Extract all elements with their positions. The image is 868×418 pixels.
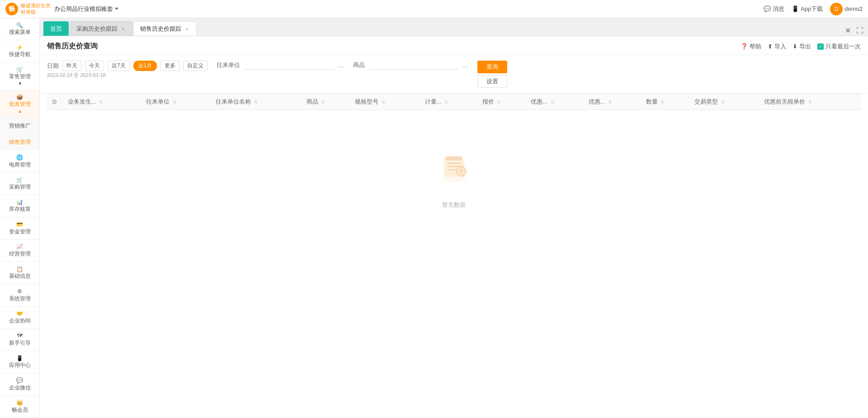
sidebar-item-inventory-check[interactable]: 📊 库存核算 — [0, 195, 39, 217]
counterpart-dots-btn[interactable]: ... — [338, 61, 344, 69]
import-btn[interactable]: ⬆ 导入 — [768, 43, 786, 51]
sidebar-item-enterprise-wechat[interactable]: 💬 企业微信 — [0, 374, 39, 396]
sort-icon-trade-type: ⇅ — [721, 100, 725, 104]
sidebar-item-search-menu[interactable]: 🔍 搜索菜单 — [0, 18, 39, 40]
table-col-counterpart[interactable]: 往来单位 ⇅ — [142, 94, 211, 110]
date-btn-last1month[interactable]: 近1月 — [133, 61, 157, 71]
user-avatar: D — [830, 3, 843, 15]
user-profile[interactable]: D demo2 — [830, 3, 863, 15]
help-btn[interactable]: ❓ 帮助 — [741, 43, 761, 51]
date-range-text: 2023-02-18 至 2023-03-18 — [47, 72, 208, 79]
table-col-spec[interactable]: 规格型号 ⇅ — [350, 94, 420, 110]
table-col-counterpart-name[interactable]: 往来单位名称 ⇅ — [211, 94, 302, 110]
inventory-icon: 📊 — [16, 199, 23, 206]
sidebar-item-vip-member[interactable]: 👑 畅会员 — [0, 396, 39, 418]
sidebar-item-basic-info[interactable]: 📋 基础信息 — [0, 262, 39, 284]
table-col-unit[interactable]: 计量... ⇅ — [420, 94, 478, 110]
sort-icon-goods: ⇅ — [321, 100, 325, 104]
sort-icon-quote: ⇅ — [497, 100, 500, 104]
sort-icon-pretax-price: ⇅ — [808, 100, 812, 104]
capital-icon: 💳 — [16, 221, 23, 228]
sidebar-item-business-mgmt[interactable]: 📈 经营管理 — [0, 240, 39, 262]
top-bar-right: 💬 消息 📱 App下载 D demo2 — [764, 3, 863, 15]
chevron-up-icon: ▲ — [18, 108, 23, 114]
main-layout: 🔍 搜索菜单 ⚡ 快捷导航 🛒 零售管理 ▼ 📦 批发管理 ▲ 营销推广 销售管… — [0, 18, 868, 418]
top-bar-left: 畅 畅捷通好生意 标准版 办公用品行业模拟账套 — [5, 3, 118, 15]
query-button[interactable]: 查询 — [477, 61, 507, 73]
table-header: ⚙ 业务发生... ⇅ 往来单位 ⇅ 往来单位名称 — [47, 94, 861, 110]
date-btn-yesterday[interactable]: 昨天 — [62, 61, 81, 71]
sidebar-item-new-guide[interactable]: 🗺 新手引导 — [0, 329, 39, 351]
quick-nav-icon: ⚡ — [16, 44, 23, 52]
sidebar-item-app-center[interactable]: 📱 应用中心 — [0, 351, 39, 373]
sidebar-item-system-mgmt[interactable]: ⚙ 系统管理 — [0, 284, 39, 306]
data-table: ⚙ 业务发生... ⇅ 往来单位 ⇅ 往来单位名称 — [47, 94, 861, 110]
logo-text: 畅捷通好生意 标准版 — [21, 3, 51, 14]
only-last-checkbox[interactable]: ✓ — [817, 43, 824, 50]
top-bar: 畅 畅捷通好生意 标准版 办公用品行业模拟账套 💬 消息 📱 App下载 D d… — [0, 0, 868, 18]
help-label: 帮助 — [750, 43, 761, 51]
table-col-discount2[interactable]: 优惠... ⇅ — [584, 94, 642, 110]
tab-purchase-history-label: 采购历史价跟踪 — [76, 25, 118, 33]
filter-date-row: 日期 昨天 今天 近7天 近1月 更多 自定义 — [47, 61, 208, 71]
app-download-btn[interactable]: 📱 App下载 — [792, 5, 823, 13]
table-col-quote[interactable]: 报价 ⇅ — [478, 94, 527, 110]
sidebar-item-quick-nav[interactable]: ⚡ 快捷导航 — [0, 40, 39, 62]
sidebar-item-wholesale-mgmt[interactable]: 📦 批发管理 ▲ — [0, 90, 39, 118]
date-btn-today[interactable]: 今天 — [85, 61, 104, 71]
page-title: 销售历史价查询 — [47, 42, 98, 51]
tab-sales-history-close[interactable]: × — [184, 26, 189, 32]
table-col-biz-date[interactable]: 业务发生... ⇅ — [63, 94, 142, 110]
counterpart-label: 往来单位 — [217, 61, 240, 69]
tab-close-all-btn[interactable]: ✕ — [844, 25, 852, 36]
sidebar-item-ecommerce-mgmt[interactable]: 🌐 电商管理 — [0, 151, 39, 173]
tab-purchase-history[interactable]: 采购历史价跟踪 × — [70, 21, 132, 36]
goods-label: 商品 — [353, 61, 365, 69]
sidebar-item-marketing[interactable]: 营销推广 — [0, 118, 39, 134]
sort-icon-spec: ⇅ — [382, 100, 385, 104]
tab-home[interactable]: 首页 — [43, 21, 69, 36]
table-col-discount1[interactable]: 优惠... ⇅ — [526, 94, 584, 110]
sidebar-item-purchase-mgmt[interactable]: 🛒 采购管理 — [0, 173, 39, 195]
tab-bar-actions: ✕ ⛶ — [844, 25, 864, 36]
workspace-selector[interactable]: 办公用品行业模拟账套 — [54, 5, 118, 13]
goods-dots-btn[interactable]: ... — [462, 61, 468, 69]
filter-area: 日期 昨天 今天 近7天 近1月 更多 自定义 2023-02-18 至 202… — [40, 55, 868, 94]
sidebar-item-capital-mgmt[interactable]: 💳 资金管理 — [0, 218, 39, 240]
counterpart-filter-group: 往来单位 ... — [217, 61, 344, 70]
app-download-icon: 📱 — [792, 5, 799, 12]
tab-purchase-history-close[interactable]: × — [120, 26, 126, 32]
date-btn-custom[interactable]: 自定义 — [183, 61, 208, 71]
help-icon: ❓ — [741, 43, 748, 50]
vip-icon: 👑 — [16, 399, 23, 407]
svg-rect-2 — [446, 157, 462, 161]
date-btn-last7days[interactable]: 近7天 — [108, 61, 130, 71]
app-center-icon: 📱 — [16, 355, 23, 362]
chevron-down-icon — [115, 8, 118, 10]
sidebar-item-retail-mgmt[interactable]: 🛒 零售管理 ▼ — [0, 63, 39, 90]
message-btn[interactable]: 💬 消息 — [764, 5, 784, 13]
counterpart-input[interactable] — [244, 61, 334, 70]
sort-icon-biz-date: ⇅ — [99, 100, 103, 104]
table-col-trade-type[interactable]: 交易类型 ⇅ — [690, 94, 760, 110]
table-header-row: ⚙ 业务发生... ⇅ 往来单位 ⇅ 往来单位名称 — [47, 94, 861, 110]
date-btn-more[interactable]: 更多 — [160, 61, 179, 71]
export-btn[interactable]: ⬇ 导出 — [793, 43, 811, 51]
app-download-label: App下载 — [801, 5, 823, 13]
search-icon: 🔍 — [16, 22, 23, 29]
table-col-goods[interactable]: 商品 ⇅ — [302, 94, 351, 110]
table-col-quantity[interactable]: 数量 ⇅ — [642, 94, 690, 110]
settings-button[interactable]: 设置 — [477, 75, 507, 88]
chevron-down-icon: ▼ — [18, 81, 23, 86]
tab-fullscreen-btn[interactable]: ⛶ — [855, 26, 864, 36]
goods-input[interactable] — [368, 61, 459, 70]
table-col-pretax-price[interactable]: 优惠前无税单价 ⇅ — [760, 94, 861, 110]
sidebar-item-enterprise-collab[interactable]: 🤝 企业协同 — [0, 307, 39, 329]
svg-text:?: ? — [459, 168, 462, 174]
tab-sales-history[interactable]: 销售历史价跟踪 × — [133, 21, 196, 36]
page-header: 销售历史价查询 ❓ 帮助 ⬆ 导入 ⬇ 导出 ✓ — [40, 36, 868, 55]
sidebar-item-sales-mgmt[interactable]: 销售管理 — [0, 134, 39, 151]
user-name: demo2 — [844, 5, 863, 12]
only-last-checkbox-label[interactable]: ✓ 只看最后一次 — [817, 43, 861, 51]
column-settings-btn[interactable]: ⚙ — [52, 98, 57, 105]
